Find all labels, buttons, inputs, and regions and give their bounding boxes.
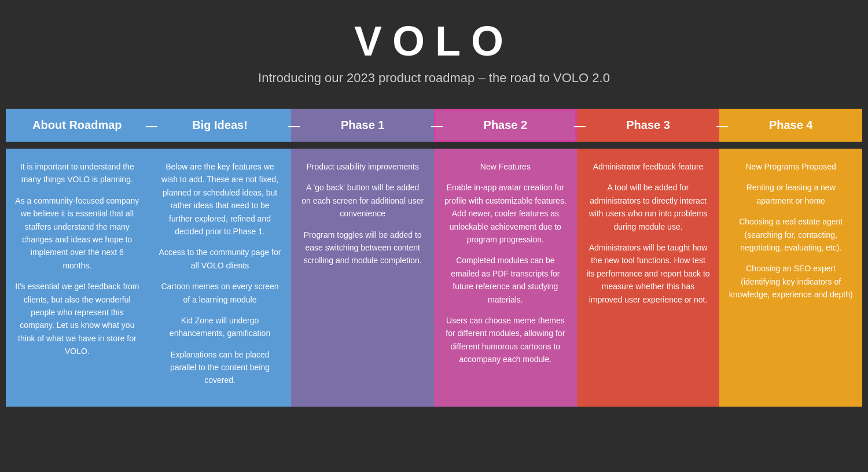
body-text: Completed modules can be emailed as PDF …	[443, 254, 568, 306]
column-header-phase2: Phase 2	[434, 109, 577, 142]
body-text: Choosing an SEO expert (identifying key …	[729, 262, 853, 301]
body-text: Access to the community page for all VOL…	[158, 246, 282, 272]
body-text: Explanations can be placed parallel to t…	[158, 348, 282, 387]
column-body-phase3: Administrator feedback featureA tool wil…	[577, 149, 720, 407]
column-about: About RoadmapIt is important to understa…	[6, 109, 149, 407]
body-text: Kid Zone will undergo enhancements, gami…	[158, 314, 282, 340]
column-phase4: Phase 4New Programs ProposedRenting or l…	[719, 109, 862, 407]
body-text: Enable in-app avatar creation for profil…	[443, 181, 568, 246]
body-text: Choosing a real estate agent (searching …	[729, 215, 853, 254]
column-header-about: About Roadmap	[6, 109, 149, 142]
body-text: New Features	[443, 160, 568, 173]
body-text: It's essential we get feedback from clie…	[15, 280, 139, 357]
body-text: A 'go back' button will be added on each…	[300, 181, 425, 220]
page-title: VOLO	[0, 17, 868, 65]
body-text: Administrator feedback feature	[586, 160, 711, 173]
body-text: Cartoon memes on every screen of a learn…	[158, 280, 282, 306]
column-body-bigideas: Below are the key features we wish to ad…	[149, 149, 292, 407]
body-text: Administrators will be taught how the ne…	[586, 241, 711, 306]
body-text: Users can choose meme themes for differe…	[443, 314, 568, 366]
column-phase1: Phase 1Product usability improvementsA '…	[291, 109, 434, 407]
body-text: New Programs Proposed	[729, 160, 853, 173]
column-phase3: Phase 3Administrator feedback featureA t…	[577, 109, 720, 407]
body-text: As a community-focused company we believ…	[15, 194, 139, 272]
roadmap-grid: About RoadmapIt is important to understa…	[0, 97, 868, 418]
column-header-phase4: Phase 4	[719, 109, 862, 142]
column-header-phase3: Phase 3	[577, 109, 720, 142]
column-body-about: It is important to understand the many t…	[6, 149, 149, 407]
page-wrapper: VOLO Introducing our 2023 product roadma…	[0, 0, 868, 418]
column-body-phase4: New Programs ProposedRenting or leasing …	[719, 149, 862, 407]
column-header-bigideas: Big Ideas!	[149, 109, 292, 142]
body-text: Program toggles will be added to ease sw…	[300, 228, 425, 267]
column-body-phase2: New FeaturesEnable in-app avatar creatio…	[434, 149, 577, 407]
page-subtitle: Introducing our 2023 product roadmap – t…	[0, 71, 868, 86]
body-text: Below are the key features we wish to ad…	[158, 160, 282, 238]
body-text: A tool will be added for administrators …	[586, 181, 711, 233]
column-header-phase1: Phase 1	[291, 109, 434, 142]
body-text: Product usability improvements	[300, 160, 425, 173]
page-header: VOLO Introducing our 2023 product roadma…	[0, 0, 868, 97]
column-phase2: Phase 2New FeaturesEnable in-app avatar …	[434, 109, 577, 407]
column-bigideas: Big Ideas!Below are the key features we …	[149, 109, 292, 407]
body-text: It is important to understand the many t…	[15, 160, 139, 186]
column-body-phase1: Product usability improvementsA 'go back…	[291, 149, 434, 407]
body-text: Renting or leasing a new apartment or ho…	[729, 181, 853, 207]
